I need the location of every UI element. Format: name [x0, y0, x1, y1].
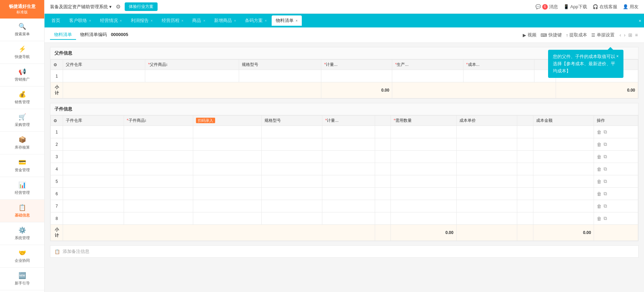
- tooltip-close-button[interactable]: ×: [616, 53, 619, 60]
- child-goods-4[interactable]: [124, 163, 193, 175]
- tab-bom-close[interactable]: ×: [296, 19, 298, 23]
- child-unit-cost-5[interactable]: [456, 175, 517, 188]
- delete-icon-4[interactable]: 🗑: [597, 166, 602, 172]
- delete-icon-1[interactable]: 🗑: [597, 129, 602, 135]
- sidebar-item-marketing[interactable]: 📢 营销推广: [0, 64, 44, 86]
- parent-warehouse-cell[interactable]: [63, 70, 145, 82]
- child-spec-1[interactable]: [261, 126, 322, 138]
- prev-arrow[interactable]: ‹: [619, 32, 622, 38]
- child-quantity-1[interactable]: [391, 126, 457, 138]
- child-quantity-2[interactable]: [391, 138, 457, 151]
- single-settings-action[interactable]: ☰ 单据设置: [591, 32, 615, 38]
- online-service-button[interactable]: 🎧 在线客服: [593, 4, 617, 10]
- child-spec-6[interactable]: [261, 188, 322, 200]
- child-spec-2[interactable]: [261, 138, 322, 151]
- child-unit-2[interactable]: [322, 138, 375, 151]
- sidebar-item-search[interactable]: 🔍 搜索菜单: [0, 19, 44, 41]
- delete-icon-6[interactable]: 🗑: [597, 191, 602, 197]
- shortcut-action[interactable]: ⌨ 快捷键: [541, 32, 562, 38]
- note-label[interactable]: 添加备注信息: [63, 248, 89, 255]
- sub-tab-bom-list[interactable]: 物料清单: [50, 30, 76, 40]
- child-unit-1[interactable]: [322, 126, 375, 138]
- sidebar-item-sales[interactable]: 💰 销售管理: [0, 86, 44, 109]
- tab-bom[interactable]: 物料清单 ×: [272, 15, 302, 26]
- sidebar-item-enterprise[interactable]: 🤝 企业协同: [0, 245, 44, 268]
- tab-profit-close[interactable]: ×: [151, 19, 153, 23]
- experience-button[interactable]: 体验行业方案: [125, 2, 158, 11]
- parent-col-settings[interactable]: ⚙: [51, 60, 63, 70]
- tab-home[interactable]: 首页: [47, 15, 64, 26]
- child-col-settings[interactable]: ⚙: [51, 116, 63, 126]
- child-unit-7[interactable]: [322, 200, 375, 212]
- tab-bar-close[interactable]: ×: [639, 18, 641, 23]
- system-selector[interactable]: 装备及固定资产辅助管理系统 ▾: [50, 4, 112, 10]
- child-quantity-5[interactable]: [391, 175, 457, 188]
- child-warehouse-7[interactable]: [63, 200, 124, 212]
- child-quantity-7[interactable]: [391, 200, 457, 212]
- sidebar-item-system[interactable]: ⚙️ 系统管理: [0, 222, 44, 245]
- child-warehouse-6[interactable]: [63, 188, 124, 200]
- delete-icon-5[interactable]: 🗑: [597, 179, 602, 184]
- child-unit-cost-3[interactable]: [456, 151, 517, 163]
- copy-icon-7[interactable]: ⧉: [604, 203, 607, 209]
- copy-icon-3[interactable]: ⧉: [604, 154, 607, 160]
- child-quantity-4[interactable]: [391, 163, 457, 175]
- child-spec-4[interactable]: [261, 163, 322, 175]
- parent-spec-cell[interactable]: [239, 70, 321, 82]
- sidebar-item-inventory[interactable]: 📦 库存核算: [0, 132, 44, 154]
- copy-icon-8[interactable]: ⧉: [604, 215, 607, 221]
- user-button[interactable]: 👤 用友: [623, 4, 639, 10]
- settings-icon[interactable]: ⚙: [116, 3, 121, 10]
- message-button[interactable]: 💬 6 消息: [535, 4, 558, 10]
- tab-profit[interactable]: 利润报告 ×: [127, 15, 157, 26]
- video-action[interactable]: ▶ 视频: [523, 32, 536, 38]
- sidebar-item-finance[interactable]: 💳 资金管理: [0, 154, 44, 177]
- copy-icon-6[interactable]: ⧉: [604, 191, 607, 197]
- tab-goods[interactable]: 商品 ×: [188, 15, 209, 26]
- child-spec-7[interactable]: [261, 200, 322, 212]
- child-goods-8[interactable]: [124, 212, 193, 225]
- tab-customer-close[interactable]: ×: [89, 19, 91, 23]
- scan-button[interactable]: 扫码录入: [196, 118, 215, 123]
- child-quantity-6[interactable]: [391, 188, 457, 200]
- child-warehouse-4[interactable]: [63, 163, 124, 175]
- child-warehouse-5[interactable]: [63, 175, 124, 188]
- child-col-scan[interactable]: 扫码录入: [193, 116, 262, 126]
- child-unit-cost-8[interactable]: [456, 212, 517, 225]
- child-unit-4[interactable]: [322, 163, 375, 175]
- child-warehouse-2[interactable]: [63, 138, 124, 151]
- child-goods-6[interactable]: [124, 188, 193, 200]
- child-unit-cost-4[interactable]: [456, 163, 517, 175]
- copy-icon-4[interactable]: ⧉: [604, 166, 607, 172]
- parent-cost-cell[interactable]: [463, 70, 534, 82]
- tab-operations-close[interactable]: ×: [120, 19, 122, 23]
- child-quantity-3[interactable]: [391, 151, 457, 163]
- copy-icon-5[interactable]: ⧉: [604, 178, 607, 184]
- sidebar-item-operations[interactable]: 📊 经营管理: [0, 177, 44, 200]
- child-unit-6[interactable]: [322, 188, 375, 200]
- extract-cost-action[interactable]: ↑ 提取成本: [566, 32, 587, 38]
- tab-barcode[interactable]: 条码方案 ×: [241, 15, 271, 26]
- child-warehouse-3[interactable]: [63, 151, 124, 163]
- tab-history[interactable]: 经营历程 ×: [158, 15, 188, 26]
- tab-new-goods[interactable]: 新增商品 ×: [210, 15, 240, 26]
- parent-goods-cell[interactable]: [145, 70, 239, 82]
- delete-icon-3[interactable]: 🗑: [597, 154, 602, 160]
- sidebar-logo[interactable]: 畅捷通好生意 标准版: [0, 0, 44, 19]
- copy-icon-1[interactable]: ⧉: [604, 129, 607, 135]
- tab-customer[interactable]: 客户联络 ×: [65, 15, 95, 26]
- child-quantity-8[interactable]: [391, 212, 457, 225]
- parent-production-cell[interactable]: [392, 70, 463, 82]
- child-goods-1[interactable]: [124, 126, 193, 138]
- copy-icon-2[interactable]: ⧉: [604, 141, 607, 147]
- delete-icon-2[interactable]: 🗑: [597, 142, 602, 147]
- sidebar-item-quick-nav[interactable]: ⚡ 快捷导航: [0, 41, 44, 64]
- app-download-button[interactable]: 📱 App下载: [564, 4, 587, 10]
- tab-operations[interactable]: 经营情况 ×: [96, 15, 126, 26]
- child-unit-cost-2[interactable]: [456, 138, 517, 151]
- delete-icon-7[interactable]: 🗑: [597, 203, 602, 209]
- child-spec-8[interactable]: [261, 212, 322, 225]
- child-unit-3[interactable]: [322, 151, 375, 163]
- parent-unit-cell[interactable]: [321, 70, 392, 82]
- delete-icon-8[interactable]: 🗑: [597, 216, 602, 221]
